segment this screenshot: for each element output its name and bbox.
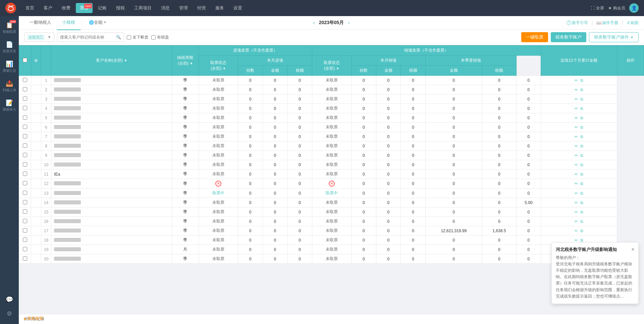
row-checkbox-cell[interactable] — [19, 245, 31, 254]
employee-filter[interactable]: 全部员工 ▼ — [24, 33, 54, 42]
nav-settings[interactable]: 设置 — [229, 3, 246, 13]
row-sales-status-cell[interactable]: 未取票 — [312, 198, 352, 207]
copy-icon[interactable]: ⧉ — [580, 125, 583, 130]
sub-tab-small-scale[interactable]: 小规模 — [57, 16, 80, 30]
edit-icon[interactable]: ✏ — [575, 87, 578, 92]
edit-icon[interactable]: ✏ — [575, 181, 578, 186]
search-input[interactable] — [60, 35, 116, 40]
copy-icon[interactable]: ⧉ — [580, 172, 583, 177]
nav-messages[interactable]: 消息 — [157, 3, 174, 13]
sub-tab-all[interactable]: 🌐 全能 ▼ — [84, 16, 112, 30]
copy-icon[interactable]: ⧉ — [580, 210, 583, 214]
row-sales-status-cell[interactable]: ✕ — [312, 179, 352, 189]
row-income-status-cell[interactable]: 未取票 — [199, 245, 238, 254]
row-income-status-cell[interactable]: 未取票 — [199, 104, 238, 113]
tax-digital-account-btn[interactable]: 税务数字账户 — [551, 32, 586, 42]
row-income-status-cell[interactable]: 未取票 — [199, 151, 238, 160]
row-checkbox-cell[interactable] — [19, 254, 31, 264]
row-income-status-cell[interactable]: 未取票 — [199, 207, 238, 217]
row-income-status-cell[interactable]: 未取票 — [199, 198, 238, 207]
row-income-status-cell[interactable]: ✕ — [199, 179, 238, 189]
notification-close-btn[interactable]: × — [632, 247, 634, 253]
row-sales-status-cell[interactable]: 未取票 — [312, 123, 352, 132]
edit-icon[interactable]: ✏ — [575, 134, 578, 139]
subordinate-check[interactable]: 名下帐套 — [127, 35, 149, 40]
row-checkbox[interactable] — [23, 209, 27, 214]
nav-tax[interactable]: 报税 — [112, 3, 129, 13]
sidebar-item-settings[interactable]: ⚙ — [1, 307, 17, 320]
edit-icon[interactable]: ✏ — [575, 97, 578, 102]
refresh-link[interactable]: ↺ 刷新 — [627, 20, 639, 26]
row-checkbox[interactable] — [23, 87, 27, 91]
edit-icon[interactable]: ✏ — [575, 153, 578, 158]
sidebar-item-scan-upload[interactable]: 📤 扫描上传 — [1, 77, 17, 95]
row-checkbox[interactable] — [23, 228, 27, 233]
sidebar-item-smart-ticket[interactable]: 📋 智能取票 — [1, 19, 17, 37]
row-checkbox-cell[interactable] — [19, 226, 31, 236]
copy-icon[interactable]: ⧉ — [580, 163, 583, 167]
row-income-status-cell[interactable]: 未取票 — [199, 141, 238, 151]
row-income-status-cell[interactable]: 取票中 — [199, 189, 238, 198]
row-income-status-cell[interactable]: 未取票 — [199, 76, 238, 85]
tax-disk-checkbox[interactable] — [151, 35, 156, 40]
row-checkbox[interactable] — [23, 153, 27, 157]
row-checkbox[interactable] — [23, 172, 27, 176]
edit-icon[interactable]: ✏ — [575, 172, 578, 177]
edit-icon[interactable]: ✏ — [575, 219, 578, 224]
col-income-status[interactable]: 取票状态(全部) ▼ — [199, 56, 238, 76]
row-sales-status-cell[interactable]: 未取票 — [312, 113, 352, 123]
row-sales-status-cell[interactable]: 未取票 — [312, 141, 352, 151]
row-checkbox[interactable] — [23, 115, 27, 120]
row-checkbox-cell[interactable] — [19, 170, 31, 179]
nav-management[interactable]: 管理 — [175, 3, 192, 13]
row-checkbox[interactable] — [23, 238, 27, 242]
row-checkbox-cell[interactable] — [19, 104, 31, 113]
row-sales-status-cell[interactable]: 未取票 — [312, 226, 352, 236]
edit-icon[interactable]: ✏ — [575, 144, 578, 148]
copy-icon[interactable]: ⧉ — [580, 191, 583, 196]
row-income-status-cell[interactable]: 未取票 — [199, 217, 238, 226]
one-click-ticket-btn[interactable]: 一键取票 — [521, 32, 548, 42]
edit-icon[interactable]: ✏ — [575, 106, 578, 111]
col-sales-status[interactable]: 取票状态(全部) ▼ — [312, 56, 352, 76]
nav-operations[interactable]: 经营 — [193, 3, 210, 13]
row-sales-status-cell[interactable]: 未取票 — [312, 85, 352, 94]
prev-month-btn[interactable]: ‹ — [313, 20, 315, 26]
sidebar-item-invoice-open[interactable]: 📄 发票开具 — [1, 38, 17, 56]
copy-icon[interactable]: ⧉ — [580, 153, 583, 158]
row-sales-status-cell[interactable]: 未取票 — [312, 207, 352, 217]
subordinate-checkbox[interactable] — [127, 35, 131, 40]
row-sales-status-cell[interactable]: 未取票 — [312, 254, 352, 264]
edit-icon[interactable]: ✏ — [575, 116, 578, 120]
edit-icon[interactable]: ✏ — [575, 238, 578, 243]
copy-icon[interactable]: ⧉ — [580, 200, 583, 205]
edit-icon[interactable]: ✏ — [575, 200, 578, 205]
row-income-status-cell[interactable]: 未取票 — [199, 113, 238, 123]
row-sales-status-cell[interactable]: 取票中 — [312, 189, 352, 198]
row-checkbox-cell[interactable] — [19, 141, 31, 151]
nav-fees[interactable]: 收费 — [58, 3, 74, 13]
row-checkbox[interactable] — [23, 219, 27, 223]
edit-icon[interactable]: ✏ — [575, 125, 578, 130]
new-guide-link[interactable]: ? 新手引导 — [567, 20, 588, 26]
nav-invoices[interactable]: 票据 new — [76, 3, 93, 13]
row-sales-status-cell[interactable]: 未取票 — [312, 236, 352, 245]
copy-icon[interactable]: ⧉ — [580, 238, 583, 243]
row-income-status-cell[interactable]: 未取票 — [199, 85, 238, 94]
edit-icon[interactable]: ✏ — [575, 78, 578, 83]
copy-icon[interactable]: ⧉ — [580, 116, 583, 120]
row-income-status-cell[interactable]: 未取票 — [199, 94, 238, 104]
edit-icon[interactable]: ✏ — [575, 210, 578, 214]
copy-icon[interactable]: ⧉ — [580, 181, 583, 186]
row-checkbox[interactable] — [23, 106, 27, 110]
tax-digital-operation-btn[interactable]: 税务数字账户操作 ▼ — [589, 32, 639, 42]
col-settings-icon[interactable]: ⚙ — [34, 58, 38, 63]
nav-home[interactable]: 首页 — [21, 3, 38, 13]
row-sales-status-cell[interactable]: 未取票 — [312, 151, 352, 160]
copy-icon[interactable]: ⧉ — [580, 78, 583, 83]
copy-icon[interactable]: ⧉ — [580, 87, 583, 92]
row-checkbox[interactable] — [23, 256, 27, 261]
row-sales-status-cell[interactable]: 未取票 — [312, 160, 352, 170]
select-all-checkbox[interactable] — [23, 58, 27, 62]
copy-icon[interactable]: ⧉ — [580, 106, 583, 111]
